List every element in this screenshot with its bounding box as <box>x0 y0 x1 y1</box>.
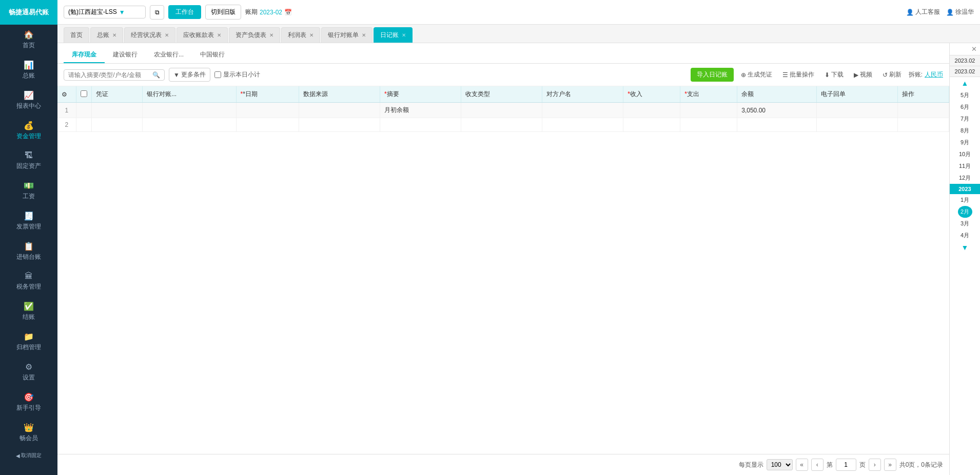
sidebar-item-settings[interactable]: ⚙ 设置 <box>0 357 57 387</box>
row-counterpart <box>542 103 623 118</box>
row-check <box>76 103 91 118</box>
chevron-down-icon: ▼ <box>119 9 125 16</box>
refresh-btn[interactable]: ↺ 刷新 <box>879 68 905 81</box>
th-receipt: 电子回单 <box>817 86 898 103</box>
tab-journal[interactable]: 日记账 ✕ <box>374 27 413 43</box>
video-btn[interactable]: ▶ 视频 <box>851 68 875 81</box>
topbar: (勉)江西超宝-LSS ▼ ⧉ 工作台 切到旧版 账期 2023-02 📅 👤 … <box>57 0 980 25</box>
tab-assets[interactable]: 资产负债表 ✕ <box>229 27 280 43</box>
row-summary <box>380 118 461 132</box>
subtab-ccb[interactable]: 建设银行 <box>105 47 146 63</box>
import-journal-button[interactable]: 导入日记账 <box>691 68 734 82</box>
copy-icon-btn[interactable]: ⧉ <box>150 5 164 20</box>
show-daily-checkbox[interactable]: 显示本日小计 <box>214 70 260 79</box>
home-icon: 🏠 <box>24 30 34 40</box>
tab-home[interactable]: 首页 <box>64 27 89 43</box>
sidebar-item-label: 固定资产 <box>16 162 41 170</box>
first-page-btn[interactable]: « <box>796 459 808 471</box>
month-1[interactable]: 1月 <box>950 194 980 206</box>
row-date <box>236 118 299 132</box>
tab-receivable[interactable]: 应收账款表 ✕ <box>177 27 228 43</box>
sidebar-item-invoice[interactable]: 🧾 发票管理 <box>0 206 57 236</box>
filter-button[interactable]: ▼ 更多条件 <box>169 68 210 82</box>
month-12[interactable]: 12月 <box>950 172 980 184</box>
salary-icon: 💵 <box>24 181 34 191</box>
tab-close-bank[interactable]: ✕ <box>362 32 366 38</box>
prev-page-btn[interactable]: ‹ <box>811 459 824 471</box>
sidebar-item-close[interactable]: ✅ 结账 <box>0 296 57 327</box>
last-page-btn[interactable]: » <box>884 459 896 471</box>
tab-close-profit[interactable]: ✕ <box>309 32 313 38</box>
th-action: 操作 <box>898 86 949 103</box>
sidebar-item-reports[interactable]: 📈 报表中心 <box>0 85 57 116</box>
page-input[interactable] <box>836 459 856 471</box>
year-2023-badge[interactable]: 2023 <box>950 184 980 194</box>
row-receipt <box>817 103 898 118</box>
row-voucher <box>91 118 143 132</box>
th-date: **日期 <box>236 86 299 103</box>
tab-close-assets[interactable]: ✕ <box>269 32 273 38</box>
sidebar-item-sales[interactable]: 📋 进销台账 <box>0 236 57 267</box>
tab-business[interactable]: 经营状况表 ✕ <box>124 27 175 43</box>
sidebar-item-label: 新手引导 <box>16 404 41 412</box>
subtab-boc[interactable]: 中国银行 <box>192 47 233 63</box>
workspace-button[interactable]: 工作台 <box>168 5 201 19</box>
sidebar-item-vip[interactable]: 👑 畅会员 <box>0 417 57 448</box>
sidebar-item-label: 设置 <box>23 373 35 382</box>
tab-ledger[interactable]: 总账 ✕ <box>90 27 123 43</box>
tab-close-business[interactable]: ✕ <box>165 32 169 38</box>
month-9[interactable]: 9月 <box>950 137 980 148</box>
month-11[interactable]: 11月 <box>950 160 980 172</box>
close-date-panel-btn[interactable]: ✕ <box>950 43 980 55</box>
vip-icon: 👑 <box>24 423 34 432</box>
subtab-abc[interactable]: 农业银行... <box>146 47 192 63</box>
month-3[interactable]: 3月 <box>950 218 980 230</box>
sidebar-item-label: 归档管理 <box>16 343 41 352</box>
month-2[interactable]: 2月 <box>958 206 972 218</box>
back-old-button[interactable]: 切到旧版 <box>205 5 241 20</box>
search-box: 🔍 <box>64 69 165 81</box>
sidebar-item-ledger[interactable]: 📊 总账 <box>0 55 57 85</box>
sidebar-item-tax[interactable]: 🏛 税务管理 <box>0 267 57 296</box>
sidebar-item-finance[interactable]: 💰 资金管理 <box>0 116 57 146</box>
pagination: 每页显示 2050100200 « ‹ 第 页 › » 共0页，0条记录 <box>57 454 949 475</box>
show-daily-input[interactable] <box>214 71 221 78</box>
batch-action-btn[interactable]: ☰ 批量操作 <box>779 68 817 81</box>
search-input[interactable] <box>68 71 150 79</box>
tab-close-journal[interactable]: ✕ <box>402 32 406 38</box>
month-5[interactable]: 5月 <box>950 89 980 101</box>
date-up-btn[interactable]: ▲ <box>950 77 980 89</box>
download-btn[interactable]: ⬇ 下载 <box>821 68 847 81</box>
row-summary: 月初余额 <box>380 103 461 118</box>
sidebar-item-salary[interactable]: 💵 工资 <box>0 176 57 206</box>
month-4[interactable]: 4月 <box>950 230 980 241</box>
row-check <box>76 118 91 132</box>
subtab-cash[interactable]: 库存现金 <box>64 47 105 63</box>
date-down-btn[interactable]: ▼ <box>950 241 980 254</box>
sidebar-item-home[interactable]: 🏠 首页 <box>0 25 57 55</box>
generate-voucher-btn[interactable]: ⊕ 生成凭证 <box>738 68 775 81</box>
select-all-checkbox[interactable] <box>81 90 87 97</box>
row-action <box>898 118 949 132</box>
sidebar-item-archive[interactable]: 📁 归档管理 <box>0 327 57 357</box>
month-7[interactable]: 7月 <box>950 113 980 125</box>
sidebar-item-guide[interactable]: 🎯 新手引导 <box>0 387 57 417</box>
month-6[interactable]: 6月 <box>950 101 980 113</box>
tab-close-ledger[interactable]: ✕ <box>112 32 116 38</box>
page-size-select[interactable]: 2050100200 <box>767 459 793 470</box>
user-avatar[interactable]: 👤 徐温华 <box>946 8 974 16</box>
sidebar-item-label: 结账 <box>23 313 35 321</box>
customer-service[interactable]: 👤 人工客服 <box>906 8 940 16</box>
sales-icon: 📋 <box>24 241 34 251</box>
currency-link[interactable]: 人民币 <box>925 70 943 79</box>
month-10[interactable]: 10月 <box>950 148 980 160</box>
tab-bank-reconcile[interactable]: 银行对账单 ✕ <box>321 27 373 43</box>
tab-close-receivable[interactable]: ✕ <box>217 32 221 38</box>
next-page-btn[interactable]: › <box>869 459 881 471</box>
tab-profit[interactable]: 利润表 ✕ <box>281 27 320 43</box>
month-8[interactable]: 8月 <box>950 125 980 137</box>
sidebar-item-assets[interactable]: 🏗 固定资产 <box>0 146 57 176</box>
collapse-sidebar-btn[interactable]: ◀ 取消固定 <box>0 448 57 463</box>
company-selector[interactable]: (勉)江西超宝-LSS ▼ <box>64 6 146 18</box>
row-num: 2 <box>57 118 76 132</box>
